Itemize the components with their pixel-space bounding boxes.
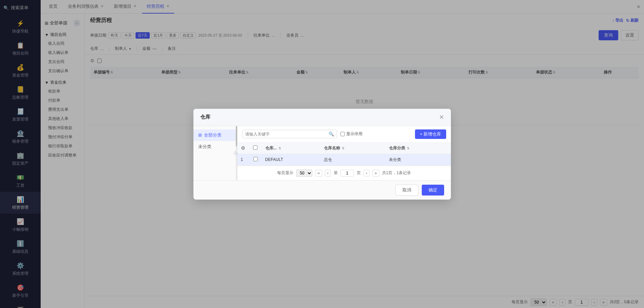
modal-footer: 取消 确定 bbox=[193, 180, 451, 200]
warehouse-modal: 仓库 ✕ ⊞ 全部分类 未分类 ‹ bbox=[193, 109, 451, 200]
modal-col-code: 仓库... ⇅ bbox=[262, 143, 320, 154]
table-row[interactable]: 1 DEFAULT 总仓 未分类 bbox=[237, 154, 451, 165]
show-disabled-option[interactable]: 显示停用 bbox=[340, 131, 362, 137]
modal-select-all[interactable] bbox=[253, 145, 257, 150]
modal-overlay: 仓库 ✕ ⊞ 全部分类 未分类 ‹ bbox=[0, 0, 644, 308]
modal-last-page[interactable]: » bbox=[372, 170, 379, 177]
modal-col-name: 仓库名称 ⇅ bbox=[320, 143, 386, 154]
row-checkbox[interactable] bbox=[253, 157, 258, 161]
modal-title: 仓库 bbox=[200, 114, 210, 120]
modal-gear-icon[interactable]: ⚙ bbox=[241, 145, 245, 151]
row-code: DEFAULT bbox=[262, 154, 320, 165]
modal-warehouse-table: ⚙ 仓库... ⇅ 仓库名称 bbox=[237, 143, 451, 166]
modal-prev-page[interactable]: ‹ bbox=[325, 170, 331, 177]
search-icon-modal: 🔍 bbox=[329, 131, 334, 137]
modal-next-page[interactable]: › bbox=[363, 170, 370, 177]
modal-col-category: 仓库分类 ⇅ bbox=[386, 143, 451, 154]
modal-header: 仓库 ✕ bbox=[193, 109, 451, 126]
modal-page-size-select[interactable]: 50 bbox=[296, 169, 312, 177]
modal-pagination: 每页显示 50 « ‹ 第 页 › » 共1页，1条记录 bbox=[237, 166, 451, 180]
modal-col-check bbox=[250, 143, 262, 154]
modal-page-suffix: 页 bbox=[357, 170, 361, 176]
modal-total-records: 共1页，1条记录 bbox=[382, 170, 411, 176]
modal-page-size-label: 每页显示 bbox=[277, 170, 293, 176]
modal-first-page[interactable]: « bbox=[315, 170, 322, 177]
row-category: 未分类 bbox=[386, 154, 451, 165]
row-checkbox-cell bbox=[250, 154, 262, 165]
modal-search-input[interactable] bbox=[245, 132, 327, 137]
row-name: 总仓 bbox=[320, 154, 386, 165]
modal-page-input[interactable] bbox=[340, 170, 354, 177]
modal-right-panel: 🔍 显示停用 + 新增仓库 ⚙ bbox=[237, 126, 451, 180]
grid-icon-modal: ⊞ bbox=[198, 132, 202, 138]
confirm-button[interactable]: 确定 bbox=[422, 185, 444, 196]
modal-toolbar: 🔍 显示停用 + 新增仓库 bbox=[237, 126, 451, 143]
row-index: 1 bbox=[237, 154, 250, 165]
modal-body: ⊞ 全部分类 未分类 ‹ bbox=[193, 126, 451, 180]
modal-category-all[interactable]: ⊞ 全部分类 bbox=[193, 129, 237, 141]
modal-close-button[interactable]: ✕ bbox=[439, 114, 444, 121]
modal-page-label: 第 bbox=[334, 170, 338, 176]
modal-col-gear: ⚙ bbox=[237, 143, 250, 154]
modal-table-area: ⚙ 仓库... ⇅ 仓库名称 bbox=[237, 143, 451, 166]
cancel-button[interactable]: 取消 bbox=[395, 185, 418, 196]
left-panel-collapse-btn[interactable]: ‹ bbox=[234, 150, 237, 157]
modal-search-box: 🔍 bbox=[242, 130, 337, 138]
show-disabled-checkbox[interactable] bbox=[340, 132, 345, 136]
modal-left-panel: ⊞ 全部分类 未分类 ‹ bbox=[193, 126, 237, 180]
modal-category-unclassified[interactable]: 未分类 bbox=[193, 141, 237, 152]
add-warehouse-button[interactable]: + 新增仓库 bbox=[415, 129, 446, 139]
